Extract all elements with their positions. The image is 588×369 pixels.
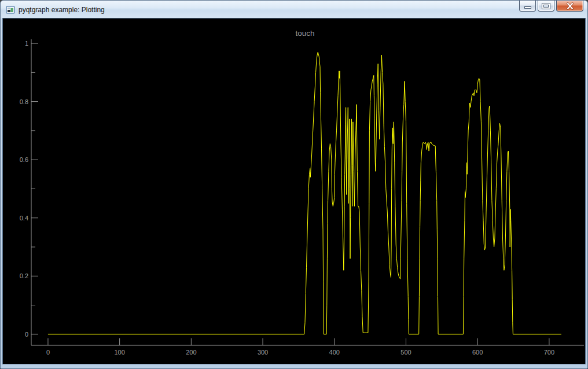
close-button[interactable] — [556, 1, 583, 12]
x-tick-label: 100 — [114, 349, 124, 356]
window-title: pyqtgraph example: Plotting — [19, 6, 105, 14]
touch-curve — [48, 52, 561, 334]
x-tick-label: 400 — [329, 349, 340, 356]
minimize-button[interactable] — [519, 1, 536, 12]
app-window: pyqtgraph example: Plotting touch 010020… — [0, 0, 588, 369]
titlebar[interactable]: pyqtgraph example: Plotting — [1, 1, 587, 19]
chart: touch 010020030040050060070000.20.40.60.… — [3, 19, 585, 364]
axes — [31, 39, 584, 345]
app-icon — [6, 5, 15, 14]
y-tick-label: 0.8 — [20, 98, 28, 105]
close-icon — [565, 2, 575, 10]
x-tick-label: 300 — [258, 349, 268, 356]
x-tick-label: 700 — [544, 349, 554, 356]
x-tick-label: 0 — [46, 349, 50, 356]
axis-ticks — [31, 43, 549, 345]
maximize-button[interactable] — [538, 1, 554, 12]
y-tick-label: 0.4 — [20, 215, 28, 222]
y-tick-label: 0.6 — [20, 156, 28, 163]
x-tick-label: 200 — [186, 349, 196, 356]
axis-tick-labels: 010020030040050060070000.20.40.60.81 — [20, 40, 554, 356]
x-tick-label: 600 — [472, 349, 483, 356]
x-tick-label: 500 — [400, 349, 411, 356]
y-tick-label: 0 — [25, 331, 28, 338]
y-tick-label: 0.2 — [20, 272, 28, 279]
plot-area[interactable]: touch 010020030040050060070000.20.40.60.… — [3, 19, 585, 364]
maximize-icon — [542, 3, 550, 9]
chart-title: touch — [295, 29, 314, 38]
y-tick-label: 1 — [25, 40, 28, 47]
minimize-icon — [524, 6, 531, 9]
window-controls — [519, 1, 583, 12]
